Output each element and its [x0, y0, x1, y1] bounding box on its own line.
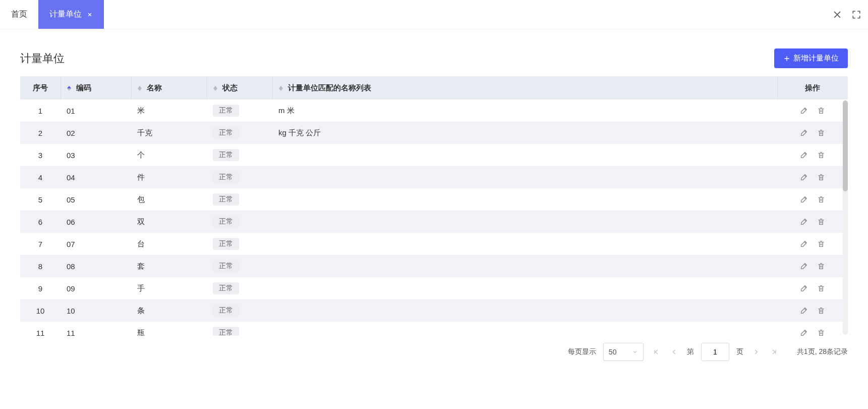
page-prev-button[interactable] [669, 346, 680, 357]
edit-icon[interactable] [800, 173, 808, 181]
cell-status: 正常 [207, 144, 272, 166]
edit-icon[interactable] [800, 218, 808, 226]
delete-icon[interactable] [817, 195, 825, 203]
cell-status: 正常 [207, 188, 272, 211]
cell-code: 09 [61, 277, 131, 299]
delete-icon[interactable] [817, 151, 825, 159]
cell-name: 台 [131, 233, 207, 255]
edit-icon[interactable] [800, 306, 808, 315]
close-all-icon[interactable] [832, 9, 843, 20]
cell-match [272, 166, 777, 188]
cell-action [777, 122, 848, 144]
cell-action [777, 255, 848, 277]
cell-status: 正常 [207, 166, 272, 188]
per-page-label: 每页显示 [568, 347, 596, 356]
table-row: 101米正常m 米 [20, 99, 848, 122]
sort-icon [279, 86, 283, 91]
edit-icon[interactable] [800, 329, 808, 336]
delete-icon[interactable] [817, 306, 825, 315]
cell-code: 06 [61, 211, 131, 233]
delete-icon[interactable] [817, 240, 825, 248]
cell-action [777, 233, 848, 255]
table-row: 1010条正常 [20, 299, 848, 322]
cell-name: 包 [131, 188, 207, 211]
status-badge: 正常 [213, 149, 239, 161]
tab-home-label: 首页 [11, 9, 27, 20]
delete-icon[interactable] [817, 218, 825, 226]
edit-icon[interactable] [800, 107, 808, 115]
col-header-action: 操作 [777, 76, 848, 99]
cell-match [272, 255, 777, 277]
add-unit-button[interactable]: 新增计量单位 [774, 48, 848, 68]
edit-icon[interactable] [800, 262, 808, 270]
table-scrollbar[interactable] [843, 100, 848, 335]
edit-icon[interactable] [800, 151, 808, 159]
cell-name: 条 [131, 299, 207, 322]
col-header-status[interactable]: 状态 [207, 76, 272, 99]
edit-icon[interactable] [800, 129, 808, 137]
status-badge: 正常 [213, 193, 239, 206]
cell-action [777, 99, 848, 122]
cell-status: 正常 [207, 122, 272, 144]
cell-status: 正常 [207, 322, 272, 336]
cell-status: 正常 [207, 277, 272, 299]
edit-icon[interactable] [800, 284, 808, 292]
cell-code: 01 [61, 99, 131, 122]
scrollbar-thumb[interactable] [843, 100, 848, 191]
edit-icon[interactable] [800, 195, 808, 203]
close-icon[interactable] [87, 12, 93, 18]
table-row: 707台正常 [20, 233, 848, 255]
edit-icon[interactable] [800, 240, 808, 248]
cell-code: 05 [61, 188, 131, 211]
add-button-label: 新增计量单位 [793, 54, 839, 63]
cell-index: 9 [20, 277, 61, 299]
cell-action [777, 144, 848, 166]
status-badge: 正常 [213, 304, 239, 317]
page-last-button[interactable] [769, 346, 780, 357]
delete-icon[interactable] [817, 173, 825, 181]
cell-action [777, 188, 848, 211]
cell-index: 2 [20, 122, 61, 144]
cell-index: 11 [20, 322, 61, 336]
cell-code: 11 [61, 322, 131, 336]
cell-action [777, 322, 848, 336]
col-header-match[interactable]: 计量单位匹配的名称列表 [272, 76, 777, 99]
cell-index: 3 [20, 144, 61, 166]
page-title: 计量单位 [20, 51, 65, 66]
delete-icon[interactable] [817, 129, 825, 137]
cell-status: 正常 [207, 255, 272, 277]
delete-icon[interactable] [817, 107, 825, 115]
page-first-button[interactable] [651, 346, 662, 357]
cell-match: m 米 [272, 99, 777, 122]
cell-status: 正常 [207, 211, 272, 233]
status-badge: 正常 [213, 127, 239, 139]
cell-match: kg 千克 公斤 [272, 122, 777, 144]
col-header-name[interactable]: 名称 [131, 76, 207, 99]
cell-index: 7 [20, 233, 61, 255]
per-page-select[interactable]: 50 [603, 343, 644, 361]
page-input[interactable] [701, 343, 729, 361]
status-badge: 正常 [213, 282, 239, 294]
col-header-index[interactable]: 序号 [20, 76, 61, 99]
status-badge: 正常 [213, 260, 239, 272]
fullscreen-icon[interactable] [851, 9, 862, 20]
cell-match [272, 188, 777, 211]
page-next-button[interactable] [750, 346, 762, 357]
delete-icon[interactable] [817, 262, 825, 270]
tab-home[interactable]: 首页 [0, 0, 38, 29]
cell-action [777, 299, 848, 322]
tab-active-label: 计量单位 [49, 9, 82, 20]
pager-summary: 共1页, 28条记录 [797, 347, 848, 356]
cell-name: 米 [131, 99, 207, 122]
cell-match [272, 233, 777, 255]
cell-name: 瓶 [131, 322, 207, 336]
cell-status: 正常 [207, 233, 272, 255]
col-header-code[interactable]: 编码 [61, 76, 131, 99]
delete-icon[interactable] [817, 284, 825, 292]
cell-status: 正常 [207, 99, 272, 122]
status-badge: 正常 [213, 105, 239, 117]
delete-icon[interactable] [817, 329, 825, 336]
tab-measurement-unit[interactable]: 计量单位 [38, 0, 104, 29]
cell-code: 07 [61, 233, 131, 255]
cell-index: 8 [20, 255, 61, 277]
